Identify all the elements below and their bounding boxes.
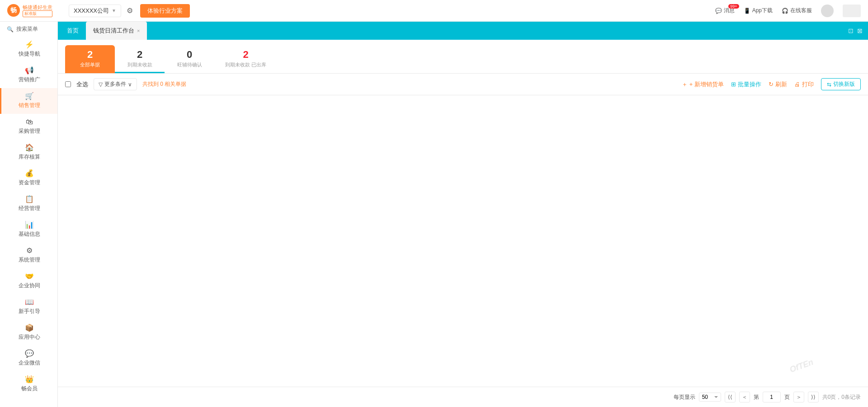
- message-badge: 99+: [728, 4, 739, 9]
- sidebar-item-guide[interactable]: 📖 新手引导: [0, 294, 57, 320]
- sidebar-label-wechat: 企业微信: [19, 359, 40, 367]
- user-name-area: [843, 5, 861, 17]
- add-sales-btn[interactable]: ＋ + 新增销货单: [682, 80, 724, 89]
- logo-area: 畅 畅捷通好生意 标准版: [7, 4, 65, 17]
- finance-icon: 💰: [25, 170, 34, 177]
- app-download-icon: 📱: [744, 8, 750, 14]
- filter-button[interactable]: ▽ 更多条件 ∨: [94, 78, 137, 90]
- header-right: 💬 消息 99+ 📱 App下载 🎧 在线客服: [715, 5, 861, 17]
- sidebar-label-finance: 资金管理: [19, 179, 40, 187]
- wechat-icon: 💬: [25, 350, 34, 357]
- tab-minimize-btn[interactable]: ⊠: [857, 27, 863, 34]
- switch-new-version-btn[interactable]: ⇆ 切换新版: [821, 78, 861, 90]
- operation-icon: 📋: [25, 196, 34, 203]
- total-info: 共0页，0条记录: [822, 393, 861, 401]
- stat-tab-pending[interactable]: 0 旺辅待确认: [165, 45, 214, 73]
- tab-home-label: 首页: [67, 27, 79, 35]
- tab-restore-btn[interactable]: ⊡: [848, 27, 854, 34]
- refresh-icon: ↻: [769, 81, 774, 88]
- last-page-btn[interactable]: ⟩⟩: [808, 392, 819, 402]
- sidebar-label-quick-nav: 快捷导航: [19, 50, 40, 58]
- settings-button[interactable]: ⚙: [125, 5, 135, 17]
- select-all-checkbox[interactable]: [65, 81, 71, 87]
- system-icon: ⚙: [26, 247, 33, 254]
- next-page-btn[interactable]: ＞: [793, 392, 804, 402]
- tab-workbench[interactable]: 钱货日清工作台 ×: [86, 22, 147, 40]
- add-label: + 新增销货单: [689, 80, 724, 89]
- stat-number-shipped: 2: [243, 49, 248, 61]
- sidebar-item-marketing[interactable]: 📢 营销推广: [0, 62, 57, 88]
- sidebar-item-quick-nav[interactable]: ⚡ 快捷导航: [0, 37, 57, 62]
- batch-btn[interactable]: ⊞ 批量操作: [731, 80, 761, 89]
- tab-close-icon[interactable]: ×: [137, 28, 140, 33]
- found-suffix: 相关单据: [165, 81, 186, 87]
- sidebar-label-inventory: 库存核算: [19, 153, 40, 161]
- sidebar-label-purchase: 采购管理: [19, 127, 40, 135]
- sidebar-label-sales: 销售管理: [19, 102, 40, 109]
- tab-bar: 首页 钱货日清工作台 × ⊡ ⊠: [58, 22, 868, 40]
- purchase-icon: 🛍: [26, 118, 33, 126]
- trial-button[interactable]: 体验行业方案: [140, 4, 190, 18]
- stat-label-pending: 旺辅待确认: [177, 61, 202, 68]
- stat-tab-shipped[interactable]: 2 到期未收款 已出库: [214, 45, 277, 73]
- tab-home[interactable]: 首页: [60, 22, 86, 40]
- sidebar-label-member: 畅会员: [21, 385, 38, 393]
- found-count: 0: [160, 81, 165, 87]
- sidebar-label-system: 系统管理: [19, 256, 40, 264]
- tab-bar-actions: ⊡ ⊠: [848, 27, 868, 34]
- sidebar-item-app-center[interactable]: 📦 应用中心: [0, 320, 57, 346]
- user-avatar[interactable]: [821, 5, 834, 17]
- basic-info-icon: 📊: [25, 221, 34, 229]
- found-count-area: 共找到 0 相关单据: [142, 80, 186, 88]
- main-layout: 🔍 搜索菜单 ⚡ 快捷导航 📢 营销推广 🛒 销售管理 🛍 采购管理 🏠 库存核…: [0, 22, 868, 407]
- online-service-icon: 🎧: [782, 8, 788, 14]
- sidebar-label-cooperation: 企业协同: [19, 282, 40, 290]
- stats-tabs: 2 全部单据 2 到期未收款 0 旺辅待确认 2 到期未收款 已出库: [58, 40, 868, 74]
- first-page-btn[interactable]: ⟨⟨: [725, 392, 736, 402]
- app-download-action[interactable]: 📱 App下载: [744, 7, 773, 14]
- company-selector[interactable]: XXXXXX公司 ▼: [69, 5, 121, 17]
- main-content: 首页 钱货日清工作台 × ⊡ ⊠ 2 全部单据 2 到期未收款: [58, 22, 868, 407]
- logo-text: 畅捷通好生意: [23, 4, 52, 10]
- sidebar-item-operation[interactable]: 📋 经营管理: [0, 191, 57, 217]
- sidebar-item-member[interactable]: 👑 畅会员: [0, 371, 57, 397]
- sidebar-item-system[interactable]: ⚙ 系统管理: [0, 243, 57, 268]
- stat-label-shipped: 到期未收款 已出库: [225, 61, 266, 68]
- app-download-label: App下载: [752, 7, 773, 14]
- page-unit: 页: [784, 393, 790, 401]
- select-all-label: 全选: [76, 80, 88, 89]
- sidebar-label-marketing: 营销推广: [19, 76, 40, 84]
- sidebar-item-finance[interactable]: 💰 资金管理: [0, 165, 57, 191]
- print-btn[interactable]: 🖨 打印: [794, 80, 814, 89]
- toolbar: 全选 ▽ 更多条件 ∨ 共找到 0 相关单据 ＋ + 新增销货单: [58, 74, 868, 95]
- sidebar-item-cooperation[interactable]: 🤝 企业协同: [0, 268, 57, 294]
- logo-text-area: 畅捷通好生意 标准版: [23, 4, 52, 17]
- filter-arrow-icon: ∨: [128, 81, 132, 88]
- prev-page-btn[interactable]: ＜: [739, 392, 750, 402]
- switch-label: 切换新版: [833, 80, 855, 88]
- per-page-select[interactable]: 50 20 100: [699, 393, 721, 402]
- sidebar-item-wechat[interactable]: 💬 企业微信: [0, 346, 57, 371]
- logo-icon: 畅: [7, 4, 20, 17]
- sidebar-search[interactable]: 🔍 搜索菜单: [0, 22, 57, 37]
- refresh-btn[interactable]: ↻ 刷新: [769, 80, 787, 89]
- stat-tab-all[interactable]: 2 全部单据: [65, 45, 115, 73]
- top-header: 畅 畅捷通好生意 标准版 XXXXXX公司 ▼ ⚙ 体验行业方案 💬 消息 99…: [0, 0, 868, 22]
- sidebar: 🔍 搜索菜单 ⚡ 快捷导航 📢 营销推广 🛒 销售管理 🛍 采购管理 🏠 库存核…: [0, 22, 58, 407]
- sidebar-item-basic-info[interactable]: 📊 基础信息: [0, 217, 57, 243]
- quick-nav-icon: ⚡: [25, 41, 34, 48]
- app-center-icon: 📦: [25, 324, 34, 332]
- message-action[interactable]: 💬 消息 99+: [715, 7, 735, 14]
- company-name: XXXXXX公司: [74, 7, 109, 15]
- stat-tab-overdue[interactable]: 2 到期未收款: [115, 45, 165, 73]
- cooperation-icon: 🤝: [25, 273, 34, 280]
- per-page-label: 每页显示: [674, 393, 695, 401]
- print-icon: 🖨: [794, 81, 800, 88]
- sidebar-item-purchase[interactable]: 🛍 采购管理: [0, 114, 57, 140]
- page-number-input[interactable]: [763, 392, 781, 402]
- sidebar-label-basic-info: 基础信息: [19, 230, 40, 238]
- online-service-action[interactable]: 🎧 在线客服: [782, 7, 812, 14]
- sidebar-item-inventory[interactable]: 🏠 库存核算: [0, 140, 57, 165]
- batch-label: 批量操作: [738, 80, 761, 89]
- sidebar-item-sales[interactable]: 🛒 销售管理: [0, 88, 57, 114]
